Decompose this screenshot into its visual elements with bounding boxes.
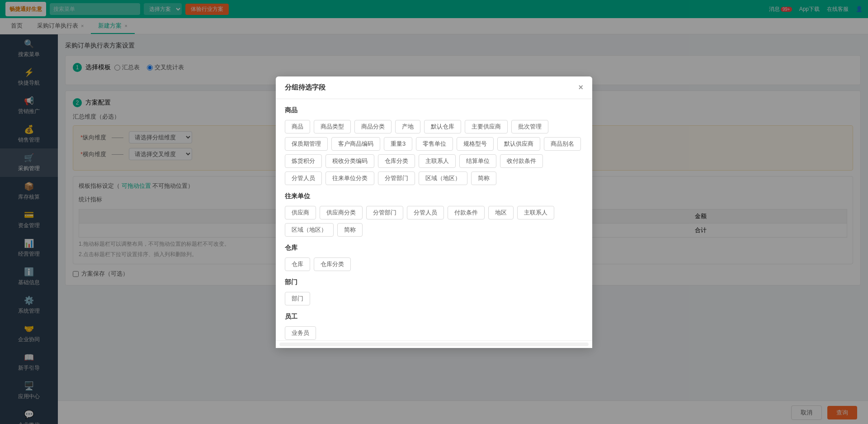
field-region-product[interactable]: 区域（地区） [419,172,467,185]
modal-header: 分组待选字段 × [276,76,592,99]
field-short-name-partner[interactable]: 简称 [337,223,363,237]
modal-title: 分组待选字段 [285,83,326,92]
field-payment-terms[interactable]: 收付款条件 [500,154,543,168]
horizontal-scrollbar[interactable] [279,343,589,346]
field-supplier[interactable]: 供应商 [285,206,316,219]
field-batch-manage[interactable]: 批次管理 [511,120,548,133]
section-title-warehouse: 仓库 [285,244,583,252]
modal-body: 商品 商品 商品类型 商品分类 产地 默认仓库 主要供应商 批次管理 保质期管理… [276,99,592,340]
field-customer-code[interactable]: 客户商品编码 [331,137,380,151]
field-refine-points[interactable]: 炼货积分 [285,154,322,168]
field-region-partner[interactable]: 区域（地区） [285,223,334,237]
modal-close-button[interactable]: × [578,83,583,92]
field-main-supplier[interactable]: 主要供应商 [465,120,508,133]
product-fields: 商品 商品类型 商品分类 产地 默认仓库 主要供应商 批次管理 保质期管理 客户… [285,120,583,185]
employee-fields: 业务员 [285,326,583,340]
modal-overlay[interactable]: 分组待选字段 × 商品 商品 商品类型 商品分类 产地 默认仓库 主要供应商 批… [0,0,868,424]
field-area[interactable]: 地区 [488,206,514,219]
field-partner-category[interactable]: 往来单位分类 [326,172,374,185]
field-default-supplier[interactable]: 默认供应商 [497,137,540,151]
field-default-warehouse[interactable]: 默认仓库 [424,120,461,133]
field-sales-rep[interactable]: 业务员 [285,326,316,340]
field-retail-unit[interactable]: 零售单位 [416,137,453,151]
field-product[interactable]: 商品 [285,120,310,133]
field-product-alias[interactable]: 商品别名 [544,137,581,151]
field-select-modal: 分组待选字段 × 商品 商品 商品类型 商品分类 产地 默认仓库 主要供应商 批… [276,76,592,348]
field-supplier-category[interactable]: 供应商分类 [320,206,363,219]
modal-scrollbar [276,340,592,348]
section-title-dept: 部门 [285,278,583,286]
field-shelf-life[interactable]: 保质期管理 [285,137,328,151]
field-settlement-unit[interactable]: 结算单位 [459,154,496,168]
field-dept[interactable]: 部门 [285,292,310,305]
section-title-employee: 员工 [285,313,583,321]
field-product-category[interactable]: 商品分类 [354,120,392,133]
field-warehouse-category[interactable]: 仓库分类 [378,154,415,168]
field-dept-manage[interactable]: 分管部门 [378,172,415,185]
field-spec-model[interactable]: 规格型号 [457,137,494,151]
section-title-product: 商品 [285,106,583,114]
field-weight[interactable]: 重量3 [384,137,412,151]
partner-fields: 供应商 供应商分类 分管部门 分管人员 付款条件 地区 主联系人 区域（地区） … [285,206,583,237]
field-main-contact[interactable]: 主联系人 [419,154,456,168]
field-main-contact-partner[interactable]: 主联系人 [517,206,554,219]
section-title-partner: 往来单位 [285,192,583,200]
field-product-type[interactable]: 商品类型 [314,120,351,133]
field-partner-dept[interactable]: 分管部门 [366,206,403,219]
field-warehouse[interactable]: 仓库 [285,257,310,271]
field-tax-code[interactable]: 税收分类编码 [326,154,374,168]
field-partner-manager[interactable]: 分管人员 [407,206,444,219]
field-manager[interactable]: 分管人员 [285,172,322,185]
field-short-name-product[interactable]: 简称 [471,172,496,185]
warehouse-fields: 仓库 仓库分类 [285,257,583,271]
field-warehouse-cat[interactable]: 仓库分类 [314,257,351,271]
field-origin[interactable]: 产地 [395,120,420,133]
dept-fields: 部门 [285,292,583,305]
field-payment-condition[interactable]: 付款条件 [448,206,485,219]
